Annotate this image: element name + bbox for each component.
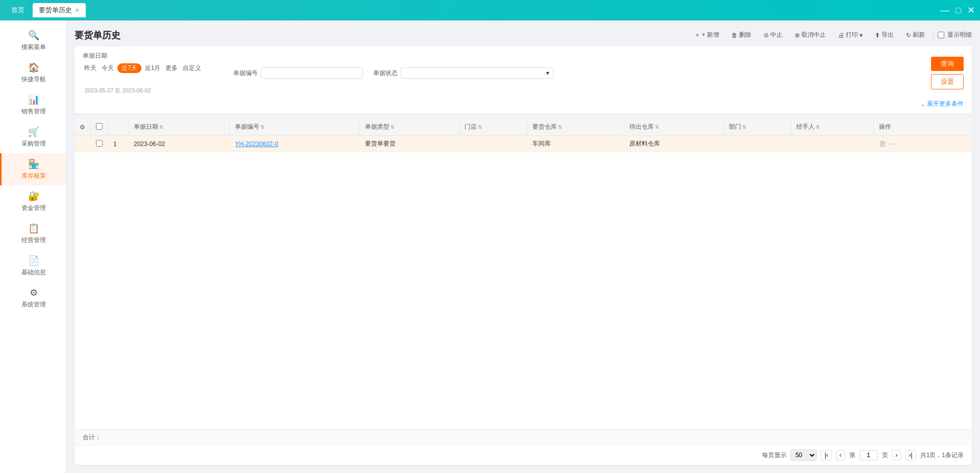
table-header-row: ⚙ 单据日期⇅ 单据编号⇅ 单 <box>75 119 972 136</box>
display-detail-toggle[interactable]: 显示明细 <box>938 31 972 39</box>
table-footer: 合计： <box>75 430 972 445</box>
row-select-checkbox[interactable] <box>96 140 103 147</box>
tab-requisition-history[interactable]: 要货单历史 ✕ <box>33 3 86 17</box>
shortcut-last1month[interactable]: 近1月 <box>143 63 162 73</box>
total-info: 共1页，1条记录 <box>920 451 964 460</box>
row-action: 🖹 ⋯ <box>873 136 972 152</box>
sidebar-item-label: 搜索菜单 <box>21 43 46 52</box>
last-page-button[interactable]: ›| <box>905 450 916 460</box>
shortcut-last7days[interactable]: 近7天 <box>117 63 141 73</box>
column-store[interactable]: 门店⇅ <box>459 119 527 136</box>
sidebar-item-sales[interactable]: 📊 销售管理 <box>0 89 66 121</box>
cancel-stop-button[interactable]: ⊗ 取消中止 <box>791 29 830 41</box>
row-no: 1 <box>108 136 129 152</box>
search-menu-icon: 🔍 <box>28 30 39 41</box>
sales-icon: 📊 <box>28 94 39 105</box>
date-shortcuts: 昨天 今天 近7天 近1月 更多 自定义 <box>83 63 203 73</box>
inventory-icon: 🏪 <box>28 158 39 170</box>
row-pending-warehouse: 原材料仓库 <box>624 136 723 152</box>
operations-icon: 📋 <box>28 223 39 234</box>
sidebar-item-purchase[interactable]: 🛒 采购管理 <box>0 121 66 153</box>
column-action: 操作 <box>873 119 972 136</box>
page-unit-label: 页 <box>882 451 888 460</box>
tab-close-icon[interactable]: ✕ <box>75 7 80 14</box>
cancel-stop-icon: ⊗ <box>795 32 800 39</box>
column-settings[interactable]: ⚙ <box>75 119 91 136</box>
display-detail-checkbox[interactable] <box>938 32 944 38</box>
page-number-input[interactable] <box>860 450 878 460</box>
refresh-button[interactable]: ↻ 刷新 <box>902 29 929 41</box>
status-filter-group: 单据状态 ▾ <box>373 67 921 79</box>
column-doc-type[interactable]: 单据类型⇅ <box>360 119 459 136</box>
sidebar-item-search-menu[interactable]: 🔍 搜索菜单 <box>0 25 66 57</box>
table-container: ⚙ 单据日期⇅ 单据编号⇅ 单 <box>75 119 972 430</box>
sidebar-item-label: 采购管理 <box>21 139 46 148</box>
column-checkbox <box>91 119 108 136</box>
sidebar-item-quick-nav[interactable]: 🏠 快捷导航 <box>0 57 66 89</box>
chevron-down-icon: ▾ <box>546 69 549 77</box>
docno-input[interactable] <box>261 67 363 79</box>
date-filter-label: 单据日期 <box>83 52 107 60</box>
status-filter-label: 单据状态 <box>373 69 398 78</box>
table-area: ⚙ 单据日期⇅ 单据编号⇅ 单 <box>75 119 972 465</box>
column-no <box>108 119 129 136</box>
row-action-view-icon[interactable]: 🖹 <box>879 140 886 148</box>
sort-icon: ⇅ <box>260 124 264 130</box>
page-title: 要货单历史 <box>75 29 120 41</box>
column-pending-warehouse[interactable]: 待出仓库⇅ <box>624 119 723 136</box>
expand-more-button[interactable]: ⌄ 展开更多条件 <box>920 100 964 108</box>
first-page-button[interactable]: |‹ <box>821 450 831 460</box>
settings-button[interactable]: 设置 <box>931 74 964 89</box>
delete-icon: 🗑 <box>731 32 738 39</box>
shortcut-more[interactable]: 更多 <box>164 63 179 73</box>
sidebar-item-inventory[interactable]: 🏪 库存核算 <box>0 153 66 185</box>
main-layout: 🔍 搜索菜单 🏠 快捷导航 📊 销售管理 🛒 采购管理 🏪 库存核算 🔐 资金管… <box>0 20 980 473</box>
filter-row: 单据日期 昨天 今天 近7天 近1月 更多 自定义 2023-05-27 至 2… <box>83 52 964 94</box>
sidebar-item-system[interactable]: ⚙ 系统管理 <box>0 282 66 314</box>
sidebar-item-operations[interactable]: 📋 经营管理 <box>0 218 66 250</box>
date-filter-group: 单据日期 昨天 今天 近7天 近1月 更多 自定义 2023-05-27 至 2… <box>83 52 203 94</box>
maximize-icon[interactable]: □ <box>955 5 961 16</box>
row-action-more-icon[interactable]: ⋯ <box>889 140 896 148</box>
shortcut-custom[interactable]: 自定义 <box>181 63 203 73</box>
minimize-icon[interactable]: — <box>940 5 949 16</box>
page-size-select[interactable]: 50 100 200 <box>791 450 817 461</box>
shortcut-yesterday[interactable]: 昨天 <box>83 63 98 73</box>
next-page-button[interactable]: › <box>892 450 901 460</box>
status-select[interactable]: ▾ <box>401 67 554 79</box>
export-button[interactable]: ⬆ 导出 <box>871 29 898 41</box>
sidebar-item-basic-info[interactable]: 📄 基础信息 <box>0 250 66 282</box>
sidebar-item-label: 资金管理 <box>21 204 46 212</box>
row-settings <box>75 136 91 152</box>
summary-label: 合计： <box>83 434 101 441</box>
toolbar: + + 新增 🗑 删除 ⊘ 中止 ⊗ 取消中止 🖨 打印 <box>692 29 972 41</box>
new-button[interactable]: + + 新增 <box>692 29 723 41</box>
export-icon: ⬆ <box>875 32 880 39</box>
row-dept <box>723 136 791 152</box>
page-size-label: 每页显示 <box>762 451 787 460</box>
sort-icon: ⇅ <box>558 124 562 130</box>
shortcut-today[interactable]: 今天 <box>100 63 115 73</box>
column-dept[interactable]: 部门⇅ <box>723 119 791 136</box>
column-doc-date[interactable]: 单据日期⇅ <box>129 119 230 136</box>
row-doc-no[interactable]: YH-20230602-0 <box>230 136 360 152</box>
print-button[interactable]: 🖨 打印 ▾ <box>834 29 867 41</box>
finance-icon: 🔐 <box>28 191 39 202</box>
filter-area: 单据日期 昨天 今天 近7天 近1月 更多 自定义 2023-05-27 至 2… <box>75 46 972 113</box>
date-range-display: 2023-05-27 至 2023-06-02 <box>85 87 151 94</box>
column-handler[interactable]: 经手人⇅ <box>791 119 873 136</box>
stop-button[interactable]: ⊘ 中止 <box>760 29 787 41</box>
select-all-checkbox[interactable] <box>96 123 103 130</box>
sidebar-item-finance[interactable]: 🔐 资金管理 <box>0 185 66 218</box>
delete-button[interactable]: 🗑 删除 <box>727 29 755 41</box>
column-doc-no[interactable]: 单据编号⇅ <box>230 119 360 136</box>
query-button[interactable]: 查询 <box>931 57 964 71</box>
prev-page-button[interactable]: ‹ <box>836 450 845 460</box>
sort-icon: ⇅ <box>655 124 659 130</box>
column-req-warehouse[interactable]: 要货仓库⇅ <box>527 119 624 136</box>
tab-home[interactable]: 首页 <box>5 3 31 17</box>
close-window-icon[interactable]: ✕ <box>967 5 975 16</box>
new-icon: + <box>696 32 699 39</box>
sort-icon: ⇅ <box>159 124 163 130</box>
requisition-table: ⚙ 单据日期⇅ 单据编号⇅ 单 <box>75 119 972 152</box>
